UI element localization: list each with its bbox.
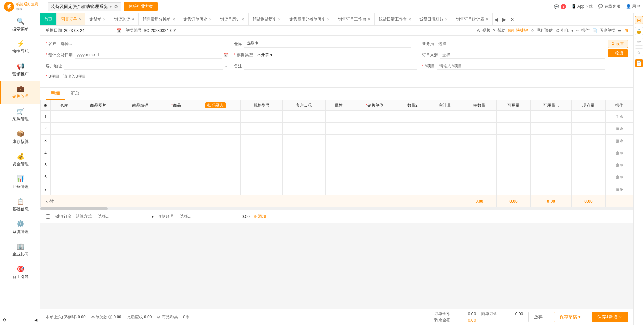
tab-close-sales-return2[interactable]: ✕ [131, 17, 134, 21]
operation-btn[interactable]: ✏ 操作 [576, 28, 590, 33]
row-7-main-unit[interactable] [428, 183, 462, 195]
layout-card-btn[interactable]: ⊞ [624, 28, 628, 33]
row-5-available[interactable] [496, 159, 531, 171]
row-5-main-unit[interactable] [428, 159, 462, 171]
sidebar-collapse-icon[interactable]: ◀ [34, 318, 37, 322]
address-more-btn[interactable]: ··· [225, 64, 229, 69]
tab-return-history[interactable]: 销货单历史 ✕ [216, 13, 249, 26]
row-6-main-qty[interactable] [462, 171, 496, 183]
row-2-spec[interactable] [240, 123, 282, 135]
row-6-main-unit[interactable] [428, 171, 462, 183]
row-2-sku-code[interactable] [119, 123, 161, 135]
row-2-qty2[interactable] [397, 123, 428, 135]
tab-return2-history[interactable]: 销货退货历史 ✕ [249, 13, 285, 26]
row-7-copy-icon[interactable]: ⊕ [620, 187, 623, 192]
table-scrollbar[interactable] [40, 207, 633, 210]
row-4-main-unit[interactable] [428, 147, 462, 159]
tab-sales-history[interactable]: 销售订单历史 ✕ [179, 13, 216, 26]
account-more-btn[interactable]: ··· [234, 214, 238, 219]
customer-input[interactable] [59, 40, 223, 47]
row-4-customer-code[interactable] [282, 147, 326, 159]
row-7-spec[interactable] [240, 183, 282, 195]
view-btn[interactable]: ⊙ 视频 [477, 28, 490, 33]
auto-settle-label[interactable]: 一键收订金 [46, 214, 72, 219]
system-title[interactable]: 装备及固定资产辅助管理系统 ▾ ⚙ [48, 2, 121, 11]
row-3-sku-code[interactable] [119, 135, 161, 147]
row-5-available2[interactable] [531, 159, 571, 171]
row-6-product[interactable] [161, 171, 191, 183]
row-1-available[interactable] [496, 111, 531, 123]
history-btn[interactable]: 📄 历史单据 [592, 28, 615, 33]
row-6-qty2[interactable] [397, 171, 428, 183]
row-3-scan[interactable] [191, 135, 240, 147]
online-service[interactable]: 💬 在线客服 [598, 4, 620, 9]
row-1-available2[interactable] [531, 111, 571, 123]
tab-close-sales-return[interactable]: ✕ [103, 17, 106, 21]
row-3-main-unit[interactable] [428, 135, 462, 147]
tab-close-cash-reconcile[interactable]: ✕ [445, 17, 448, 21]
row-5-current-stock[interactable] [571, 159, 606, 171]
tab-close-cash-daily[interactable]: ✕ [408, 17, 411, 21]
app-download[interactable]: 📱 App下载 [571, 4, 593, 9]
tab-cash-reconcile[interactable]: 钱货日清对账 ✕ [415, 13, 452, 26]
row-7-attribute[interactable] [326, 183, 352, 195]
print-btn[interactable]: 🖨 打印 ▾ [555, 28, 573, 33]
row-5-warehouse[interactable] [51, 159, 77, 171]
row-6-warehouse[interactable] [51, 171, 77, 183]
row-6-spec[interactable] [240, 171, 282, 183]
row-2-sales-unit[interactable] [352, 123, 397, 135]
row-1-warehouse[interactable] [51, 111, 77, 123]
right-panel-main-icon[interactable]: ⊞ [635, 16, 643, 24]
row-2-image[interactable] [77, 123, 119, 135]
shortcut-btn[interactable]: ⌨ 快捷键 [508, 28, 528, 33]
tab-sales-return2[interactable]: 销货退货 ✕ [110, 13, 139, 26]
row-4-spec[interactable] [240, 147, 282, 159]
sidebar-item-beginner[interactable]: 🎯 新手引导 [0, 261, 40, 284]
order-source-input[interactable] [440, 52, 605, 59]
row-3-current-stock[interactable] [571, 135, 606, 147]
col-settings[interactable]: ⚙ [41, 100, 51, 111]
sidebar-item-sales-mgmt[interactable]: 💼 销售管理 [0, 81, 40, 104]
sidebar-item-ops[interactable]: 📊 经营管理 [0, 171, 40, 194]
row-5-delete-icon[interactable]: 🗑 [616, 163, 620, 167]
tab-sales-stats[interactable]: 销售订单统计表 ✕ [452, 13, 493, 26]
row-7-product[interactable] [161, 183, 191, 195]
row-5-attribute[interactable] [326, 159, 352, 171]
row-3-main-qty[interactable] [462, 135, 496, 147]
row-2-available[interactable] [496, 123, 531, 135]
row-3-customer-code[interactable] [282, 135, 326, 147]
right-panel-edit-icon[interactable]: ✏ [635, 38, 643, 46]
tab-menu-btn[interactable]: ✕ [508, 17, 516, 22]
row-4-sku-code[interactable] [119, 147, 161, 159]
auto-settle-checkbox[interactable] [46, 214, 50, 219]
row-1-attribute[interactable] [326, 111, 352, 123]
b-project-input[interactable] [61, 73, 605, 80]
row-2-main-unit[interactable] [428, 123, 462, 135]
row-1-qty2[interactable] [397, 111, 428, 123]
row-1-sku-code[interactable] [119, 111, 161, 123]
tab-sales-order[interactable]: 销售订单 ✕ [57, 13, 85, 26]
tab-close-sales-history[interactable]: ✕ [209, 17, 212, 21]
settle-dropdown-icon[interactable]: ▾ [152, 214, 154, 219]
row-3-attribute[interactable] [326, 135, 352, 147]
row-2-copy-icon[interactable]: ⊕ [620, 126, 623, 131]
settings-button[interactable]: ⚙ 设置 [608, 40, 628, 48]
row-7-available2[interactable] [531, 183, 571, 195]
row-4-current-stock[interactable] [571, 147, 606, 159]
table-scrollbar-thumb[interactable] [40, 207, 108, 210]
row-6-copy-icon[interactable]: ⊕ [620, 175, 623, 179]
row-5-sales-unit[interactable] [352, 159, 397, 171]
right-panel-doc-icon[interactable]: 📄 [635, 59, 643, 67]
row-1-copy-icon[interactable]: ⊕ [620, 114, 623, 119]
row-7-sales-unit[interactable] [352, 183, 397, 195]
tab-close-sales-stats[interactable]: ✕ [486, 17, 488, 21]
row-6-available2[interactable] [531, 171, 571, 183]
profit-btn[interactable]: ☆ 毛利预估 [531, 28, 553, 33]
row-1-sales-unit[interactable] [352, 111, 397, 123]
row-7-warehouse[interactable] [51, 183, 77, 195]
delivery-calendar-icon[interactable]: 📅 [224, 53, 229, 57]
row-3-product[interactable] [161, 135, 191, 147]
row-2-current-stock[interactable] [571, 123, 606, 135]
row-3-warehouse[interactable] [51, 135, 77, 147]
salesperson-input[interactable] [436, 40, 599, 47]
